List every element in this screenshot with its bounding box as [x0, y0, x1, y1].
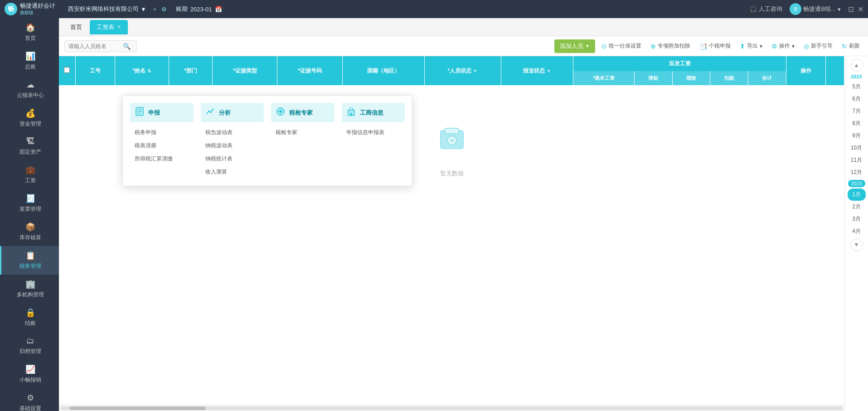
date-month-7[interactable]: 7月	[848, 105, 866, 117]
th-nationality: 国籍（地区）	[342, 56, 424, 85]
export-dropdown-icon: ▾	[760, 43, 762, 49]
company-selector[interactable]: 西安虾米网络科技有限公司 ▼ ＋ ⚙	[68, 5, 167, 13]
dm-tax-expert: 税检专家 税检专家	[271, 103, 335, 179]
sidebar-item-settings[interactable]: ⚙ 基础设置	[0, 388, 59, 411]
period-value[interactable]: 2023-01	[190, 6, 212, 13]
date-month-10[interactable]: 10月	[848, 142, 866, 154]
sidebar-item-xiaochang[interactable]: 📈 小畅报销	[0, 360, 59, 388]
th-pension: 操作	[786, 56, 826, 85]
export-btn[interactable]: ⬆ 导出 ▾	[737, 40, 765, 52]
date-month-1[interactable]: 1月	[848, 189, 866, 201]
business-label: 工商信息	[360, 109, 383, 117]
th-total: 合计	[748, 71, 786, 85]
declaration-cat-icon	[135, 106, 145, 119]
headset-icon: 🎧	[750, 6, 757, 13]
name-sort-icon[interactable]: ⇅	[147, 68, 151, 73]
calendar-icon[interactable]: 📅	[215, 6, 222, 13]
restore-btn[interactable]: ⊡	[848, 5, 854, 14]
status-filter-icon[interactable]: ▼	[473, 68, 478, 73]
th-id-num: *证据号码	[277, 56, 342, 85]
guide2-icon: ◎	[804, 43, 809, 50]
search-input[interactable]	[68, 43, 123, 49]
salary-icon: 💼	[25, 165, 35, 175]
tax-return-btn[interactable]: 📑 个税申报	[697, 40, 733, 52]
operations-btn[interactable]: ⚙ 操作 ▾	[769, 40, 797, 52]
date-up-btn[interactable]: ▲	[850, 59, 863, 72]
h-scrollbar[interactable]	[59, 405, 844, 411]
top-bar-right: 🎧 人工咨询 B 畅捷通B组... ▾ ⊡ ✕	[750, 3, 863, 15]
inventory-icon: 📦	[25, 222, 35, 232]
dm-declaration-header: 申报	[130, 103, 194, 122]
refresh-icon: ↻	[842, 43, 847, 50]
special-add-btn[interactable]: ⊕ 专项附加扣除	[648, 40, 693, 52]
sidebar-item-home[interactable]: 🏠 首页	[0, 18, 59, 47]
empty-text: 暂无数据	[440, 169, 464, 178]
add-company-icon[interactable]: ＋	[152, 5, 158, 13]
tab-close-btn[interactable]: ✕	[117, 24, 121, 30]
sidebar-item-fund[interactable]: 💰 资金管理	[0, 104, 59, 132]
sidebar-item-multi[interactable]: 🏢 多机构管理	[0, 275, 59, 303]
date-year-badge-2023: 2023	[848, 180, 865, 187]
dm-income-calc[interactable]: 收入测算	[201, 165, 264, 179]
th-group-salary: 应发工资	[573, 56, 786, 71]
tab-bar: 首页 工资表 ✕	[59, 18, 868, 36]
sidebar-label-archive: 归档管理	[19, 348, 41, 355]
sidebar-item-archive[interactable]: 🗂 归档管理	[0, 332, 59, 360]
sidebar-item-tax[interactable]: 📋 税务管理 ◀	[0, 246, 59, 275]
sidebar-item-invoice[interactable]: 🧾 发票管理	[0, 189, 59, 218]
sidebar-item-fixed[interactable]: 🏗 固定资产	[0, 132, 59, 160]
refresh-btn[interactable]: ↻ 刷新	[839, 40, 863, 52]
add-person-label: 添加人员	[560, 42, 583, 50]
sidebar-item-report[interactable]: ☁ 云报表中心	[0, 75, 59, 104]
th-checkbox[interactable]	[59, 56, 75, 85]
date-down-btn[interactable]: ▼	[850, 238, 863, 251]
select-all-checkbox[interactable]	[64, 67, 70, 73]
dm-tax-payment[interactable]: 纳税波动表	[201, 139, 264, 152]
main-layout: 🏠 首页 📊 总账 ☁ 云报表中心 💰 资金管理 🏗 固定资产 💼 工资 🧾 发…	[0, 18, 868, 411]
dm-tax-burden[interactable]: 税负波动表	[201, 126, 264, 139]
social-security-btn[interactable]: ⊙ 统一社保设置	[599, 40, 644, 52]
guide-btn[interactable]: ◎ 新手引导	[801, 40, 835, 52]
date-month-8[interactable]: 8月	[848, 117, 866, 130]
content-area: 首页 工资表 ✕ 🔍 添加人员 ▼ ⊙ 统一社保设置 ⊕ 专	[59, 18, 868, 411]
date-month-4[interactable]: 4月	[848, 225, 866, 237]
date-month-11[interactable]: 11月	[848, 154, 866, 166]
h-scrollbar-thumb[interactable]	[70, 406, 206, 410]
date-month-2[interactable]: 2月	[848, 201, 866, 213]
th-actions	[826, 56, 844, 85]
tab-salary-table[interactable]: 工资表 ✕	[90, 20, 128, 34]
close-btn[interactable]: ✕	[858, 5, 863, 14]
tab-home[interactable]: 首页	[63, 20, 89, 34]
settings-icon[interactable]: ⚙	[161, 6, 167, 13]
dm-tax-table[interactable]: 税表清册	[130, 139, 194, 152]
date-month-9[interactable]: 9月	[848, 130, 866, 142]
service-btn[interactable]: 🎧 人工咨询	[750, 5, 782, 13]
company-dropdown-icon[interactable]: ▼	[141, 6, 146, 13]
dm-expert-header: 税检专家	[271, 103, 335, 122]
date-month-3[interactable]: 3月	[848, 213, 866, 225]
sidebar-item-inventory[interactable]: 📦 库存核算	[0, 218, 59, 246]
sidebar-item-salary[interactable]: 💼 工资	[0, 160, 59, 189]
dm-tax-declare[interactable]: 税务申报	[130, 126, 194, 139]
add-person-button[interactable]: 添加人员 ▼	[554, 39, 595, 53]
period-selector[interactable]: 账期 2023-01 📅	[176, 5, 222, 13]
date-month-6[interactable]: 6月	[848, 93, 866, 105]
analysis-cat-icon	[205, 106, 215, 119]
date-month-5[interactable]: 5月	[848, 81, 866, 93]
report-filter-icon[interactable]: ▼	[547, 68, 551, 73]
sidebar-item-ledger[interactable]: 📊 总账	[0, 47, 59, 75]
sidebar-item-closing[interactable]: 🔒 结账	[0, 303, 59, 332]
sidebar-label-tax: 税务管理	[19, 262, 41, 270]
search-box[interactable]: 🔍	[64, 40, 137, 52]
special-add-label: 专项附加扣除	[658, 42, 690, 50]
dm-annual-report[interactable]: 年报信息申报表	[342, 126, 405, 139]
dm-income-clear[interactable]: 所得税汇算清缴	[130, 152, 194, 165]
salary-table: 工号 *姓名 ⇅ *部门 *证据类型	[59, 56, 844, 85]
date-month-12[interactable]: 12月	[848, 166, 866, 179]
social-security-icon: ⊙	[601, 43, 607, 50]
dm-tax-stat[interactable]: 纳税统计表	[201, 152, 264, 165]
dm-expert[interactable]: 税检专家	[271, 126, 335, 139]
sidebar-label-fund: 资金管理	[19, 120, 41, 128]
user-info[interactable]: B 畅捷通B组... ▾	[790, 3, 841, 15]
declaration-label: 申报	[148, 109, 160, 117]
